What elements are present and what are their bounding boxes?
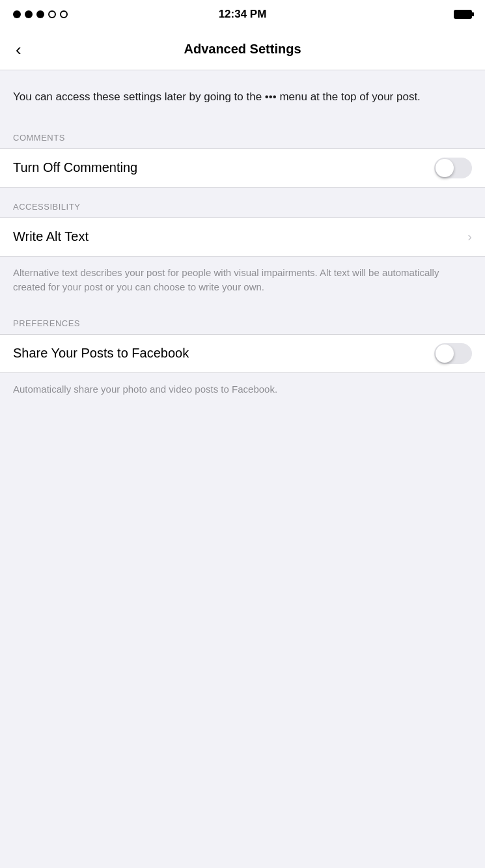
section-header-comments: COMMENTS <box>0 124 485 148</box>
battery-indicator <box>454 10 472 19</box>
write-alt-text-row[interactable]: Write Alt Text › <box>0 217 485 257</box>
section-header-accessibility: ACCESSIBILITY <box>0 193 485 217</box>
facebook-description: Automatically share your photo and video… <box>0 373 485 412</box>
signal-dot-1 <box>13 10 21 18</box>
alt-text-description-text: Alternative text describes your post for… <box>13 266 472 295</box>
chevron-right-icon: › <box>467 229 472 244</box>
signal-dot-4 <box>48 10 56 18</box>
turn-off-commenting-row: Turn Off Commenting <box>0 148 485 188</box>
share-to-facebook-toggle[interactable] <box>434 343 472 364</box>
facebook-description-text: Automatically share your photo and video… <box>13 382 472 397</box>
write-alt-text-label: Write Alt Text <box>13 229 89 244</box>
status-time: 12:34 PM <box>219 8 267 21</box>
page-title: Advanced Settings <box>184 42 301 57</box>
alt-text-description: Alternative text describes your post for… <box>0 257 485 309</box>
signal-dot-5 <box>60 10 68 18</box>
description-text: You can access these settings later by g… <box>13 89 472 105</box>
section-label-preferences: PREFERENCES <box>13 318 80 328</box>
section-header-preferences: PREFERENCES <box>0 309 485 334</box>
section-label-comments: COMMENTS <box>13 133 65 143</box>
share-to-facebook-row: Share Your Posts to Facebook <box>0 334 485 373</box>
nav-header: ‹ Advanced Settings <box>0 29 485 70</box>
toggle-knob-facebook <box>436 344 454 363</box>
section-label-accessibility: ACCESSIBILITY <box>13 202 80 212</box>
back-button[interactable]: ‹ <box>10 36 27 63</box>
back-icon: ‹ <box>16 41 21 58</box>
spacer-1 <box>0 188 485 193</box>
share-to-facebook-label: Share Your Posts to Facebook <box>13 346 189 361</box>
content-area: You can access these settings later by g… <box>0 70 485 411</box>
status-bar: 12:34 PM <box>0 0 485 29</box>
description-section: You can access these settings later by g… <box>0 70 485 124</box>
signal-indicators <box>13 10 68 18</box>
battery-icon <box>454 10 472 19</box>
signal-dot-3 <box>36 10 44 18</box>
turn-off-commenting-label: Turn Off Commenting <box>13 160 137 175</box>
toggle-knob-commenting <box>436 159 454 177</box>
turn-off-commenting-toggle[interactable] <box>434 158 472 178</box>
signal-dot-2 <box>25 10 33 18</box>
